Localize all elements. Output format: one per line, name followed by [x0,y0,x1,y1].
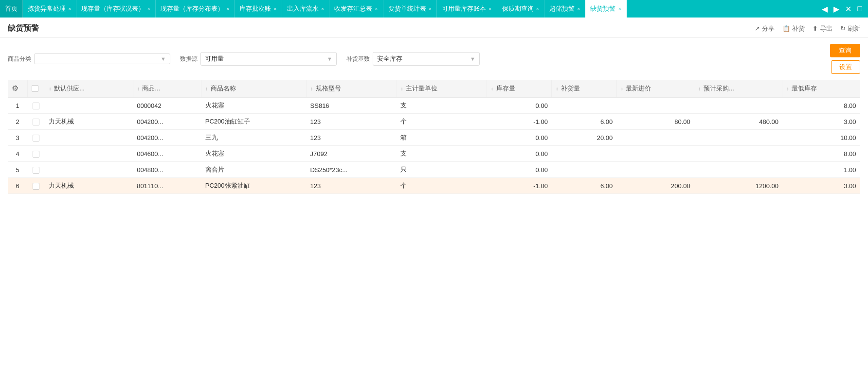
sort-icon: ↕ [556,86,558,91]
row-checkbox-cell [27,114,45,130]
cell-supplier: 力天机械 [45,178,133,194]
row-checkbox[interactable] [33,183,39,190]
cell-replenish-qty [552,146,616,162]
table-row[interactable]: 5 004800... 离合片 DS250*23c... 只 0.00 1.00 [8,162,860,178]
cell-spec: DS250*23c... [307,162,397,178]
replenish-icon: 📋 [782,25,790,32]
cell-goods-name: 火花塞 [201,97,307,114]
query-button[interactable]: 查询 [830,44,860,57]
th-replenish-qty-label: 补货量 [561,85,580,92]
cell-replenish-qty [552,162,616,178]
th-est-purchase-label: 预计采购... [704,85,734,92]
sort-icon: ↕ [401,86,403,91]
nav-tab-stock-dist[interactable]: 现存量（库存分布表） × [156,0,235,18]
nav-tab-label: 超储预警 [549,4,575,13]
th-stock-qty: ↕ 库存量 [487,80,552,97]
nav-prev-button[interactable]: ◀ [820,3,830,15]
nav-tab-batch-account[interactable]: 库存批次账 × [235,0,282,18]
table-row[interactable]: 2 力天机械 004200... PC200油缸缸子 123 个 -1.00 6… [8,114,860,130]
nav-tab-collect-summary[interactable]: 收发存汇总表 × [329,0,383,18]
nav-tab-label: 要货单统计表 [388,4,426,13]
nav-tab-close[interactable]: × [488,6,491,12]
th-replenish-qty: ↕ 补货量 [552,80,616,97]
nav-close-button[interactable]: ✕ [843,3,853,15]
column-settings-icon[interactable]: ⚙ [12,84,18,92]
settings-button[interactable]: 设置 [831,60,860,74]
cell-spec: 123 [307,114,397,130]
cell-goods-code: 004600... [133,146,201,162]
table-row[interactable]: 4 004600... 火花塞 J7092 支 0.00 8.00 [8,146,860,162]
cell-unit: 个 [397,114,487,130]
cell-stock-qty: 0.00 [487,146,552,162]
th-goods-name: ↕ 商品名称 [201,80,307,97]
nav-tab-home[interactable]: 首页 [0,0,23,18]
table-body: 1 0000042 火花塞 SS816 支 0.00 8.00 2 力天机械 0… [8,97,860,194]
cell-unit: 支 [397,146,487,162]
nav-tab-close[interactable]: × [321,6,324,12]
nav-next-button[interactable]: ▶ [832,3,841,15]
nav-tab-close[interactable]: × [375,6,378,12]
nav-tab-close[interactable]: × [618,6,621,12]
row-checkbox[interactable] [33,103,39,109]
nav-maximize-button[interactable]: □ [855,3,864,14]
page-container: 缺货预警 ↗ 分享 📋 补货 ⬆ 导出 ↻ 刷新 商品分类 [0,18,868,387]
share-button[interactable]: ↗ 分享 [755,24,775,33]
table-row[interactable]: 3 004200... 三九 123 箱 0.00 20.00 10.00 [8,130,860,146]
table-row[interactable]: 6 力天机械 801110... PC200张紧油缸 123 个 -1.00 6… [8,178,860,194]
cell-goods-code: 004800... [133,162,201,178]
nav-tab-shelf-query[interactable]: 保质期查询 × [497,0,544,18]
replenish-base-value: 安全库存 [377,54,402,63]
nav-controls: ◀ ▶ ✕ □ [816,3,868,15]
cell-supplier [45,146,133,162]
row-checkbox[interactable] [33,167,39,174]
nav-tab-close[interactable]: × [226,6,229,12]
replenish-base-arrow-icon: ▼ [470,56,475,62]
nav-tab-close[interactable]: × [577,6,580,12]
nav-tab-pick-exception[interactable]: 拣货异常处理 × [23,0,76,18]
nav-tab-close[interactable]: × [147,6,150,12]
filter-datasource-group: 数据源 可用量 ▼ [180,52,337,66]
sort-icon: ↕ [491,86,493,91]
row-num-cell: 3 [8,130,27,146]
replenish-base-select[interactable]: 安全库存 ▼ [373,52,480,66]
refresh-button[interactable]: ↻ 刷新 [840,24,860,33]
nav-tab-stock-status[interactable]: 现存量（库存状况表） × [76,0,155,18]
cell-goods-code: 004200... [133,114,201,130]
nav-tab-label: 可用量库存账本 [442,4,486,13]
th-checkbox [27,80,45,97]
datasource-select[interactable]: 可用量 ▼ [200,52,337,66]
nav-tab-label: 收发存汇总表 [334,4,372,13]
cell-stock-qty: 0.00 [487,130,552,146]
nav-tab-close[interactable]: × [429,6,432,12]
row-checkbox-cell [27,178,45,194]
nav-tab-available-book[interactable]: 可用量库存账本 × [437,0,497,18]
row-checkbox[interactable] [33,151,39,158]
export-button[interactable]: ⬆ 导出 [813,24,832,33]
category-select[interactable]: ▼ [34,53,170,64]
nav-tab-shortage-warn[interactable]: 缺货预警 × [585,0,626,18]
datasource-label: 数据源 [180,55,198,63]
th-unit-label: 主计量单位 [406,85,437,92]
row-checkbox[interactable] [33,135,39,141]
cell-spec: 123 [307,130,397,146]
nav-tab-demand-stat[interactable]: 要货单统计表 × [383,0,437,18]
th-goods-name-label: 商品名称 [211,85,236,92]
replenish-button[interactable]: 📋 补货 [782,24,805,33]
cell-supplier [45,130,133,146]
row-checkbox[interactable] [33,119,39,125]
cell-replenish-qty: 20.00 [552,130,616,146]
sort-icon: ↕ [137,86,140,91]
nav-tab-close[interactable]: × [68,6,71,12]
nav-tab-overstock-warn[interactable]: 超储预警 × [544,0,585,18]
cell-spec: 123 [307,178,397,194]
nav-tab-inout-flow[interactable]: 出入库流水 × [282,0,329,18]
table-container: ⚙ ↕ 默认供应... ↕ 商品... ↕ 商品名称 [0,80,868,194]
row-checkbox-cell [27,130,45,146]
select-all-checkbox[interactable] [32,85,38,92]
table-row[interactable]: 1 0000042 火花塞 SS816 支 0.00 8.00 [8,97,860,114]
replenish-label: 补货 [792,24,805,33]
sort-icon: ↕ [786,86,789,91]
nav-tab-close[interactable]: × [536,6,539,12]
row-checkbox-cell [27,97,45,114]
nav-tab-close[interactable]: × [273,6,276,12]
